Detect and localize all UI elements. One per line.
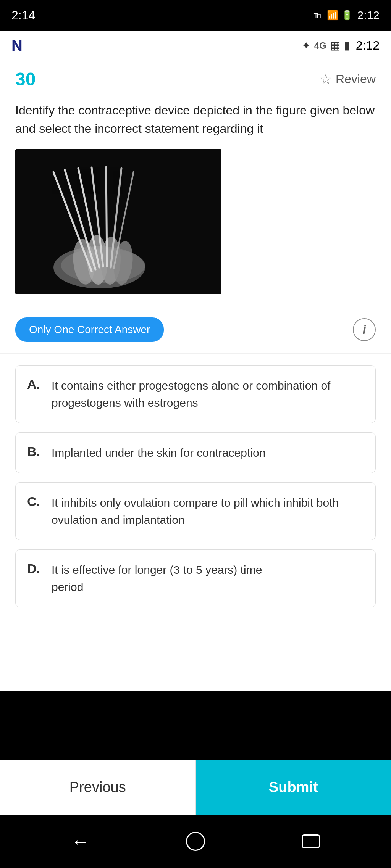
option-c[interactable]: C. It inhibits only ovulation compare to… (15, 482, 376, 540)
option-a[interactable]: A. It contains either progestogens alone… (15, 365, 376, 423)
review-button[interactable]: ☆ Review (320, 71, 376, 87)
battery-icon-2: ▮ (344, 39, 350, 52)
review-label: Review (336, 72, 376, 86)
app-status-right: ✦ 4G ▦ ▮ 2:12 (302, 39, 380, 53)
main-content: 30 ☆ Review Identify the contraceptive d… (0, 61, 391, 691)
signal-icon: 📶 (327, 10, 338, 21)
recents-button[interactable] (302, 834, 320, 848)
option-b-text: Implanted under the skin for contracepti… (52, 444, 265, 461)
status-time-right: 2:12 (357, 9, 380, 22)
options-container: A. It contains either progestogens alone… (0, 358, 391, 615)
question-image (15, 149, 221, 294)
question-text: Identify the contraceptive device depict… (0, 97, 391, 149)
back-button[interactable]: ← (71, 831, 89, 852)
option-d-text: It is effective for longer (3 to 5 years… (52, 561, 262, 596)
option-c-text: It inhibits only ovulation compare to pi… (52, 494, 364, 528)
option-a-label: A. (27, 377, 42, 392)
option-b-label: B. (27, 444, 42, 459)
app-status-bar: N ✦ 4G ▦ ▮ 2:12 (0, 31, 391, 61)
previous-button[interactable]: Previous (0, 760, 196, 815)
status-bar: 2:14 ℡ 📶 🔋 2:12 (0, 0, 391, 31)
status-time-left: 2:14 (11, 8, 35, 23)
option-d[interactable]: D. It is effective for longer (3 to 5 ye… (15, 549, 376, 607)
bottom-navigation: Previous Submit (0, 760, 391, 815)
bluetooth-icon: ℡ (314, 10, 324, 21)
answer-type-area: Only One Correct Answer i (0, 306, 391, 354)
implant-illustration (15, 149, 221, 294)
option-b[interactable]: B. Implanted under the skin for contrace… (15, 432, 376, 473)
info-icon[interactable]: i (353, 318, 376, 341)
network-icon: 4G (314, 40, 326, 51)
question-image-container (0, 149, 391, 306)
bluetooth-icon-2: ✦ (302, 39, 310, 52)
option-d-label: D. (27, 561, 42, 576)
question-number: 30 (15, 69, 36, 90)
home-button[interactable] (186, 832, 205, 851)
android-nav-bar: ← (0, 815, 391, 868)
option-a-text: It contains either progestogens alone or… (52, 377, 364, 411)
app-connectivity-icons: ✦ 4G ▦ ▮ (302, 39, 350, 52)
submit-button[interactable]: Submit (196, 760, 391, 815)
status-icons: ℡ 📶 🔋 (314, 10, 353, 21)
signal-bars-icon: ▦ (330, 39, 340, 52)
star-icon: ☆ (320, 71, 332, 87)
question-header: 30 ☆ Review (0, 61, 391, 97)
status-bar-right: ℡ 📶 🔋 2:12 (314, 9, 380, 22)
app-logo: N (11, 37, 22, 54)
app-time: 2:12 (356, 39, 380, 53)
option-c-label: C. (27, 494, 42, 509)
answer-type-badge: Only One Correct Answer (15, 317, 164, 342)
battery-icon: 🔋 (341, 10, 353, 21)
svg-line-11 (106, 167, 107, 267)
